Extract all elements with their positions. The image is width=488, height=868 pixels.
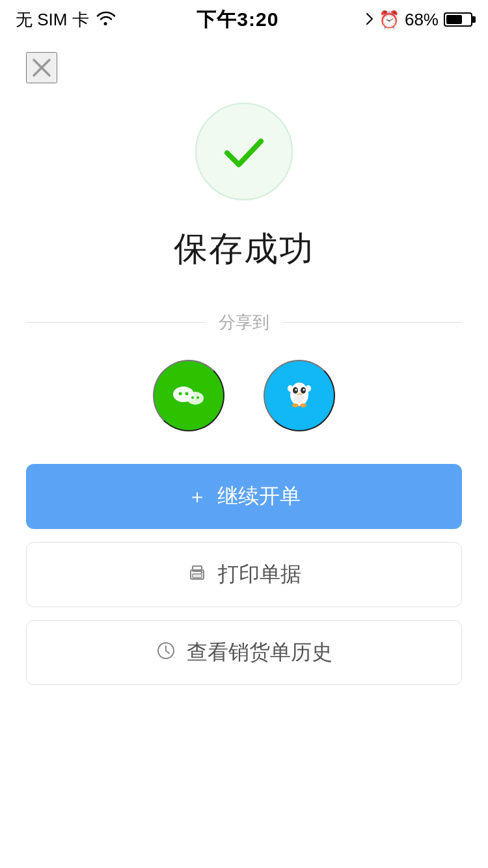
svg-point-22 (201, 571, 203, 573)
printer-icon (187, 562, 208, 583)
history-button[interactable]: 查看销货单历史 (26, 620, 462, 685)
svg-point-16 (300, 403, 306, 407)
svg-point-4 (179, 392, 182, 396)
history-label: 查看销货单历史 (187, 638, 332, 667)
continue-label: 继续开单 (217, 482, 301, 511)
share-label: 分享到 (219, 311, 269, 334)
location-icon (360, 10, 373, 30)
divider-right (282, 322, 462, 323)
share-icons-row (153, 360, 335, 431)
success-title: 保存成功 (174, 226, 314, 272)
alarm-icon: ⏰ (379, 10, 400, 30)
battery-icon (444, 12, 472, 27)
main-content: 保存成功 分享到 (0, 39, 488, 711)
checkmark-icon (218, 126, 270, 178)
plus-icon: ＋ (187, 483, 207, 510)
wechat-share-button[interactable] (153, 360, 224, 431)
no-sim-text: 无 SIM 卡 (16, 8, 89, 31)
wechat-icon (168, 375, 210, 416)
svg-point-18 (306, 385, 311, 392)
action-buttons: ＋ 继续开单 打印单据 查看销货单历史 (26, 464, 462, 685)
print-icon (187, 562, 208, 588)
svg-point-15 (292, 403, 299, 407)
wifi-icon (96, 10, 115, 30)
status-bar: 无 SIM 卡 下午3:20 ⏰ 68% (0, 0, 488, 39)
svg-point-7 (197, 396, 199, 399)
history-icon (156, 640, 176, 666)
svg-point-5 (185, 392, 189, 396)
continue-button[interactable]: ＋ 继续开单 (26, 464, 462, 529)
print-button[interactable]: 打印单据 (26, 542, 462, 607)
qq-icon (278, 375, 320, 416)
svg-point-3 (187, 392, 204, 405)
clock-icon (156, 640, 176, 661)
qq-share-button[interactable] (264, 360, 335, 431)
share-section: 分享到 (26, 311, 462, 431)
success-circle (195, 103, 293, 200)
divider-left (26, 322, 206, 323)
svg-point-14 (294, 394, 305, 402)
status-left: 无 SIM 卡 (16, 8, 115, 31)
close-icon (31, 57, 52, 78)
close-button[interactable] (26, 52, 57, 83)
battery-percent: 68% (405, 10, 439, 30)
svg-point-12 (303, 389, 305, 391)
svg-point-11 (295, 389, 297, 391)
share-divider-row: 分享到 (26, 311, 462, 334)
status-time: 下午3:20 (197, 7, 278, 33)
svg-rect-21 (193, 574, 202, 578)
print-label: 打印单据 (218, 560, 301, 589)
status-right: ⏰ 68% (360, 10, 472, 30)
svg-point-17 (288, 385, 293, 392)
svg-point-6 (191, 396, 194, 399)
